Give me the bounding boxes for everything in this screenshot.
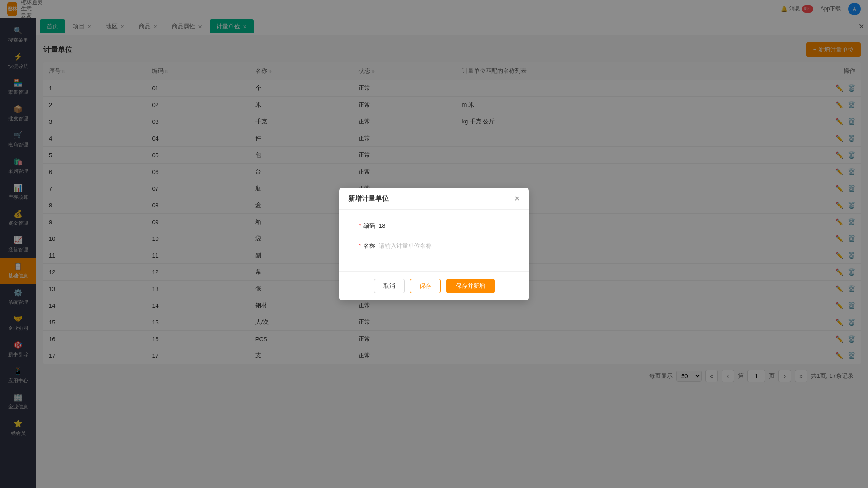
- name-label: * 名称: [348, 242, 375, 250]
- dialog-footer: 取消 保存 保存并新增: [339, 271, 529, 300]
- cancel-button[interactable]: 取消: [374, 279, 405, 293]
- dialog-body: * 编码 * 名称: [339, 210, 529, 271]
- form-row-code: * 编码: [348, 221, 520, 231]
- dialog-close-button[interactable]: ✕: [514, 194, 520, 203]
- name-input[interactable]: [379, 240, 520, 251]
- save-button[interactable]: 保存: [410, 279, 441, 293]
- dialog-header: 新增计量单位 ✕: [339, 188, 529, 210]
- save-and-new-button[interactable]: 保存并新增: [446, 279, 495, 293]
- add-unit-dialog: 新增计量单位 ✕ * 编码 * 名称 取消 保存 保存并新增: [339, 188, 529, 300]
- dialog-overlay: 新增计量单位 ✕ * 编码 * 名称 取消 保存 保存并新增: [0, 0, 868, 488]
- required-indicator-name: *: [359, 242, 361, 249]
- dialog-title: 新增计量单位: [348, 194, 389, 203]
- required-indicator: *: [359, 222, 361, 229]
- code-label: * 编码: [348, 222, 375, 230]
- form-row-name: * 名称: [348, 240, 520, 251]
- code-input[interactable]: [379, 221, 520, 231]
